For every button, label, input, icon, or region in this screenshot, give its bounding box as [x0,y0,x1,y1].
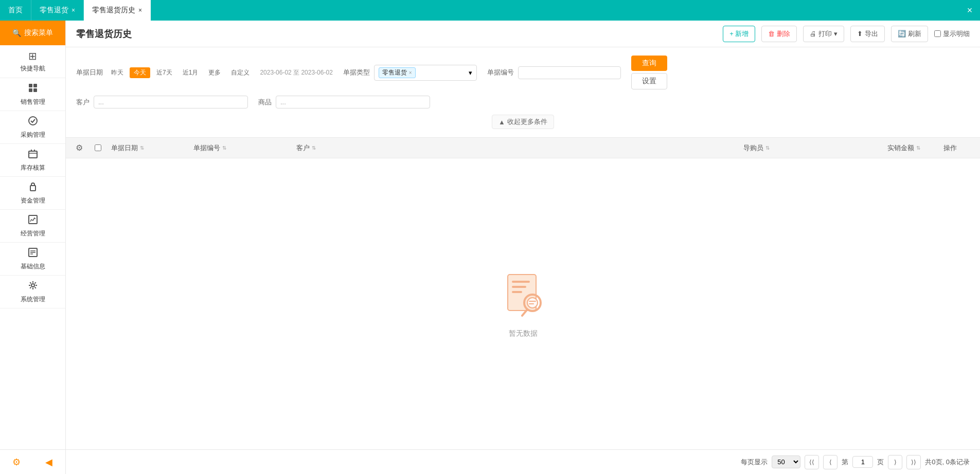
tab-retail-return-close[interactable]: × [72,7,75,14]
top-bar: 首页 零售退货 × 零售退货历史 × × [0,0,980,21]
print-button[interactable]: 🖨 打印 ▾ [803,26,844,42]
query-button[interactable]: 查询 [631,56,667,71]
sidebar-item-operations[interactable]: 经营管理 [0,210,65,243]
export-icon: ⬆ [857,30,863,38]
sort-date-icon: ⇅ [140,145,144,151]
refresh-button[interactable]: 🔄 刷新 [891,26,928,42]
collapse-sidebar-button[interactable]: ◀ [39,452,59,472]
main-content: 零售退货历史 + 新增 🗑 删除 🖨 打印 ▾ ⬆ 导出 🔄 刷新 [66,21,980,474]
page-last-button[interactable]: ⟩⟩ [906,455,921,469]
table-settings-button[interactable]: ⚙ [70,143,88,153]
svg-rect-7 [29,215,37,224]
purchase-icon [28,116,38,129]
voucher-no-filter: 单据编号 [487,66,621,79]
sort-guide-icon: ⇅ [765,145,770,151]
svg-rect-13 [512,291,522,293]
th-amount[interactable]: 实销金额 ⇅ [842,143,924,153]
svg-rect-3 [33,88,37,92]
filter-row-1: 单据日期 昨天 今天 近7天 近1月 更多 自定义 2023-06-02 至 2… [76,56,970,89]
delete-button[interactable]: 🗑 删除 [761,26,797,42]
sidebar-bottom: ⚙ ◀ [0,449,65,474]
operations-icon [28,214,38,227]
th-guide[interactable]: 导购员 ⇅ [739,143,842,153]
voucher-no-label: 单据编号 [487,68,514,77]
svg-rect-12 [512,286,526,288]
filter-area: 单据日期 昨天 今天 近7天 近1月 更多 自定义 2023-06-02 至 2… [66,47,980,138]
voucher-type-tag: 零售退货 × [379,67,416,78]
collapse-button[interactable]: ▲ 收起更多条件 [492,115,554,129]
page-next-button[interactable]: ⟩ [888,455,902,469]
svg-rect-2 [29,88,32,92]
th-customer[interactable]: 客户 ⇅ [292,143,739,153]
date-1month[interactable]: 近1月 [179,67,203,78]
window-close-button[interactable]: × [959,0,980,21]
collapse-row: ▲ 收起更多条件 [76,115,970,133]
per-page-select[interactable]: 50 10 20 100 [772,455,800,468]
sidebar-item-purchase[interactable]: 采购管理 [0,111,65,144]
svg-point-4 [29,117,37,125]
tab-home[interactable]: 首页 [0,0,31,21]
th-no[interactable]: 单据编号 ⇅ [189,143,292,153]
voucher-no-input[interactable] [518,66,621,79]
goods-dots: ... [280,98,286,106]
th-date[interactable]: 单据日期 ⇅ [107,143,189,153]
goods-select[interactable]: ... [276,96,430,108]
voucher-type-label: 单据类型 [343,68,370,77]
sidebar-item-inventory[interactable]: 库存核算 [0,144,65,177]
sidebar-item-basic[interactable]: 基础信息 [0,243,65,276]
table-container: ⚙ 单据日期 ⇅ 单据编号 ⇅ 客户 ⇅ 导购员 ⇅ [66,138,980,449]
sidebar-search[interactable]: 🔍 搜索菜单 [0,21,65,45]
page-number-input[interactable] [852,456,873,468]
show-detail-checkbox-label[interactable]: 显示明细 [934,29,970,39]
date-label: 单据日期 [76,68,103,77]
date-7days[interactable]: 近7天 [152,67,176,78]
filter-row-2: 客户 ... 商品 ... [76,96,970,108]
voucher-type-select[interactable]: 零售退货 × ▾ [374,65,477,81]
sidebar-item-quick-nav[interactable]: ⊞ 快捷导航 [0,45,65,78]
svg-rect-1 [33,84,37,87]
voucher-type-tag-close[interactable]: × [409,70,412,76]
total-info: 共0页, 0条记录 [925,458,970,467]
tab-retail-return-history[interactable]: 零售退货历史 × [84,0,151,21]
customer-select[interactable]: ... [94,96,248,108]
page-unit: 页 [877,458,884,467]
table-select-all[interactable] [88,144,107,151]
sidebar-nav: ⊞ 快捷导航 销售管理 [0,45,65,449]
system-icon [28,280,38,293]
page-first-button[interactable]: ⟨⟨ [805,455,819,469]
settings-bottom-button[interactable]: ⚙ [6,452,27,472]
export-button[interactable]: ⬆ 导出 [850,26,885,42]
sales-icon [28,83,38,96]
filter-action-buttons: 查询 设置 [631,56,667,89]
svg-rect-11 [512,281,530,283]
date-today[interactable]: 今天 [130,67,150,78]
collapse-icon: ▲ [498,118,505,126]
show-detail-checkbox[interactable] [934,30,941,37]
sidebar-item-sales[interactable]: 销售管理 [0,78,65,111]
th-ops: 操作 [924,143,976,153]
date-range-text: 2023-06-02 至 2023-06-02 [260,68,332,77]
sort-no-icon: ⇅ [222,145,226,151]
header-actions: + 新增 🗑 删除 🖨 打印 ▾ ⬆ 导出 🔄 刷新 显示明细 [723,26,970,42]
date-more[interactable]: 更多 [204,67,225,78]
table-header: ⚙ 单据日期 ⇅ 单据编号 ⇅ 客户 ⇅ 导购员 ⇅ [66,138,980,158]
sidebar-item-system[interactable]: 系统管理 [0,276,65,308]
svg-point-9 [31,284,34,287]
date-custom[interactable]: 自定义 [227,67,254,78]
date-yesterday[interactable]: 昨天 [107,67,128,78]
customer-label: 客户 [76,98,90,107]
finance-icon [28,181,38,194]
tab-retail-return-history-close[interactable]: × [138,7,142,14]
svg-rect-0 [29,84,32,87]
sort-amount-icon: ⇅ [916,145,920,151]
select-all-checkbox[interactable] [95,144,101,151]
sidebar-item-finance[interactable]: 资金管理 [0,177,65,210]
tab-retail-return[interactable]: 零售退货 × [31,0,84,21]
goods-filter: 商品 ... [258,96,430,108]
filter-settings-button[interactable]: 设置 [631,73,667,89]
quick-nav-icon: ⊞ [28,50,37,62]
page-prev-button[interactable]: ⟨ [823,455,838,469]
new-button[interactable]: + 新增 [723,26,755,42]
empty-state: 暂无数据 [66,158,980,449]
empty-icon [497,269,549,321]
